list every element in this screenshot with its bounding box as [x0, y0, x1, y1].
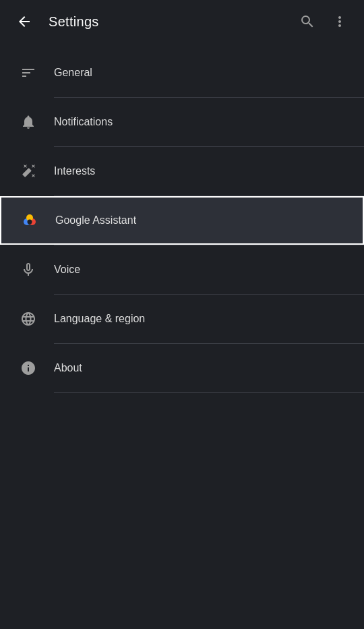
about-icon	[13, 360, 43, 376]
about-label: About	[54, 362, 82, 374]
header-actions	[294, 8, 353, 35]
language-icon	[13, 311, 43, 327]
menu-item-about[interactable]: About	[0, 344, 364, 392]
interests-label: Interests	[54, 165, 95, 177]
settings-menu: General Notifications	[0, 49, 364, 393]
voice-icon	[13, 262, 43, 278]
interests-icon	[13, 163, 43, 179]
voice-label: Voice	[54, 264, 80, 276]
menu-item-general[interactable]: General	[0, 49, 364, 97]
general-icon	[13, 65, 43, 81]
general-label: General	[54, 67, 92, 79]
menu-item-google-assistant[interactable]: Google Assistant	[0, 196, 364, 245]
svg-point-3	[28, 220, 32, 224]
menu-item-voice[interactable]: Voice	[0, 245, 364, 294]
page-title: Settings	[49, 14, 294, 30]
notifications-label: Notifications	[54, 116, 113, 128]
divider-about	[54, 392, 364, 393]
menu-item-language-region[interactable]: Language & region	[0, 295, 364, 343]
notifications-icon	[13, 114, 43, 130]
google-assistant-label: Google Assistant	[55, 214, 136, 227]
more-options-button[interactable]	[326, 8, 353, 35]
search-button[interactable]	[294, 8, 321, 35]
back-button[interactable]	[11, 8, 38, 35]
menu-item-interests[interactable]: Interests	[0, 147, 364, 196]
google-assistant-icon	[15, 211, 44, 230]
app-header: Settings	[0, 0, 364, 43]
menu-item-notifications[interactable]: Notifications	[0, 98, 364, 146]
language-region-label: Language & region	[54, 313, 145, 325]
